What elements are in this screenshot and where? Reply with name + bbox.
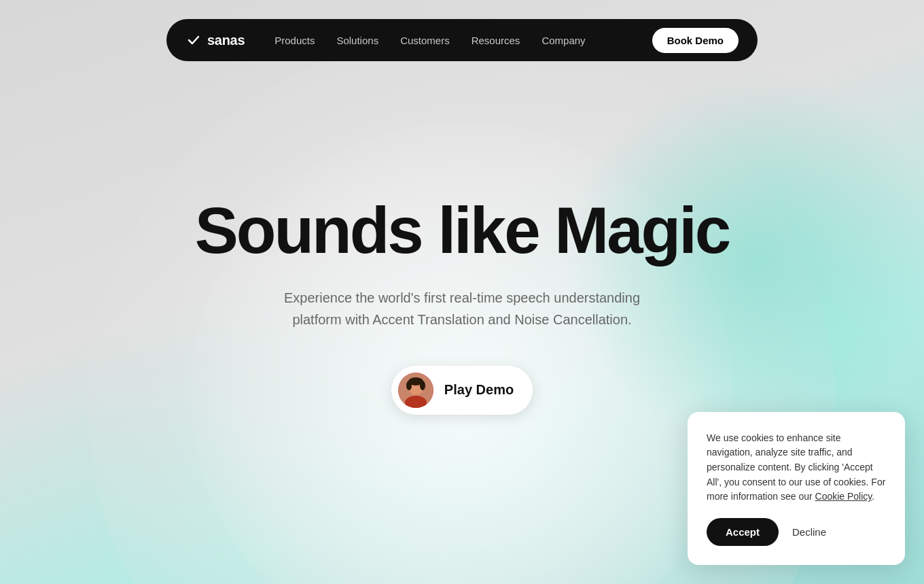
cookie-decline-button[interactable]: Decline [787,518,832,546]
play-demo-avatar [398,373,433,408]
book-demo-button[interactable]: Book Demo [652,28,739,53]
svg-point-4 [406,381,412,390]
nav-link-customers[interactable]: Customers [392,31,458,50]
hero-title: Sounds like Magic [195,196,730,265]
nav-link-company[interactable]: Company [533,31,593,50]
hero-subtitle-line2: platform with Accent Translation and Noi… [292,312,631,327]
logo[interactable]: sanas [185,32,245,48]
nav-links: Products Solutions Customers Resources C… [266,31,593,50]
nav-link-products[interactable]: Products [266,31,323,50]
hero-subtitle-line1: Experience the world's first real-time s… [284,290,640,305]
cookie-period: . [872,491,874,502]
cookie-text: We use cookies to enhance site navigatio… [707,431,886,504]
cookie-buttons: Accept Decline [707,518,886,546]
sanas-logo-icon [185,32,202,48]
svg-point-5 [420,381,425,390]
play-demo-label: Play Demo [444,382,514,398]
nav-link-resources[interactable]: Resources [463,31,529,50]
cookie-accept-button[interactable]: Accept [707,518,779,546]
navbar-left: sanas Products Solutions Customers Resou… [185,31,594,50]
logo-text: sanas [207,33,245,48]
play-demo-button[interactable]: Play Demo [391,366,533,415]
navbar: sanas Products Solutions Customers Resou… [166,19,758,61]
hero-subtitle: Experience the world's first real-time s… [284,287,640,330]
cookie-banner: We use cookies to enhance site navigatio… [688,412,905,565]
nav-link-solutions[interactable]: Solutions [328,31,387,50]
cookie-policy-link[interactable]: Cookie Policy [815,491,872,502]
